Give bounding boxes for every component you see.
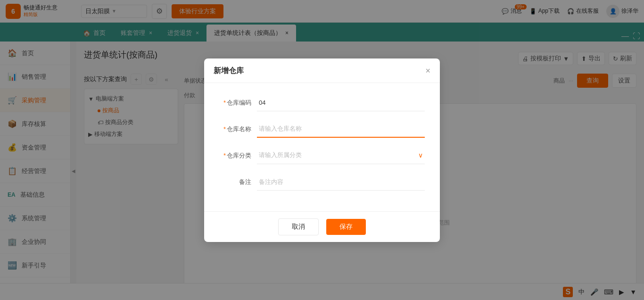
modal-footer: 取消 保存: [204, 211, 440, 242]
code-input[interactable]: [257, 94, 425, 111]
name-label: *仓库名称: [219, 125, 257, 133]
remark-label: 备注: [219, 178, 257, 186]
code-label: *仓库编码: [219, 99, 257, 107]
form-row-remark: 备注: [219, 174, 425, 191]
add-warehouse-modal: 新增仓库 × *仓库编码 *仓库名称 *仓库分类: [204, 58, 440, 242]
modal-body: *仓库编码 *仓库名称 *仓库分类 请输入所属分类 ∨: [204, 83, 440, 211]
cancel-button[interactable]: 取消: [278, 218, 319, 235]
modal-header: 新增仓库 ×: [204, 58, 440, 83]
category-label: *仓库分类: [219, 151, 257, 160]
modal-title: 新增仓库: [214, 66, 244, 76]
form-row-code: *仓库编码: [219, 94, 425, 111]
remark-input[interactable]: [257, 174, 425, 191]
category-placeholder: 请输入所属分类: [259, 151, 302, 159]
name-input[interactable]: [257, 121, 425, 138]
modal-overlay: 新增仓库 × *仓库编码 *仓库名称 *仓库分类: [0, 0, 644, 300]
chevron-down-icon: ∨: [418, 151, 423, 159]
category-select[interactable]: 请输入所属分类 ∨: [257, 147, 425, 164]
modal-close-button[interactable]: ×: [425, 67, 430, 75]
form-row-category: *仓库分类 请输入所属分类 ∨: [219, 147, 425, 164]
save-button[interactable]: 保存: [326, 219, 366, 235]
form-row-name: *仓库名称: [219, 121, 425, 138]
